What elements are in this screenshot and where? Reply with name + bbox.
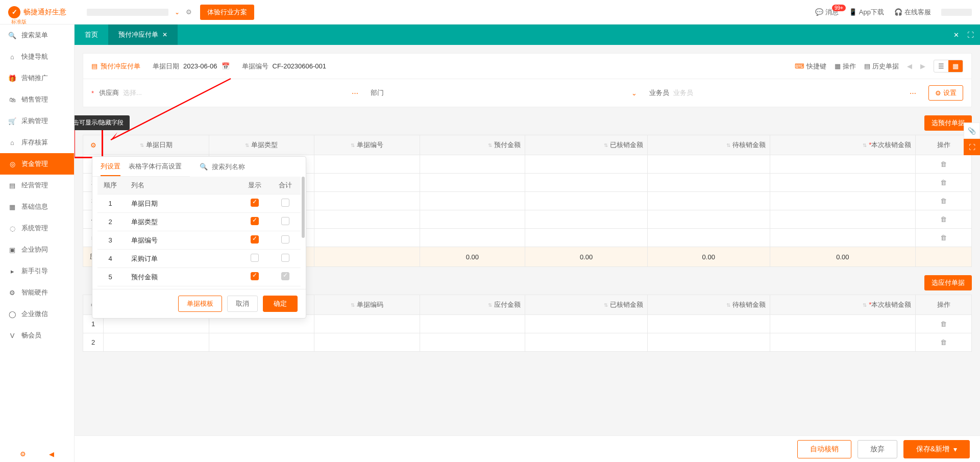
logo-icon: ✓ — [8, 6, 20, 18]
headset-icon: 🎧 — [894, 8, 902, 16]
message-badge: 99+ — [832, 5, 846, 11]
message-icon: 💬 — [815, 8, 823, 16]
org-selector[interactable]: ⌄ ⚙ — [87, 8, 192, 16]
gear-icon[interactable]: ⚙ — [186, 8, 192, 16]
message-link[interactable]: 💬 消息 99+ — [815, 8, 839, 17]
experience-button[interactable]: 体验行业方案 — [200, 5, 254, 20]
chevron-down-icon: ⌄ — [175, 9, 180, 16]
phone-icon: 📱 — [849, 8, 857, 16]
brand-name: 畅捷通好生意 — [23, 8, 66, 17]
app-logo: ✓ 畅捷通好生意 — [8, 6, 66, 18]
brand-edition: 标准版 — [11, 18, 27, 25]
app-download-link[interactable]: 📱 App下载 — [849, 8, 884, 17]
online-support-link[interactable]: 🎧 在线客服 — [894, 8, 931, 17]
